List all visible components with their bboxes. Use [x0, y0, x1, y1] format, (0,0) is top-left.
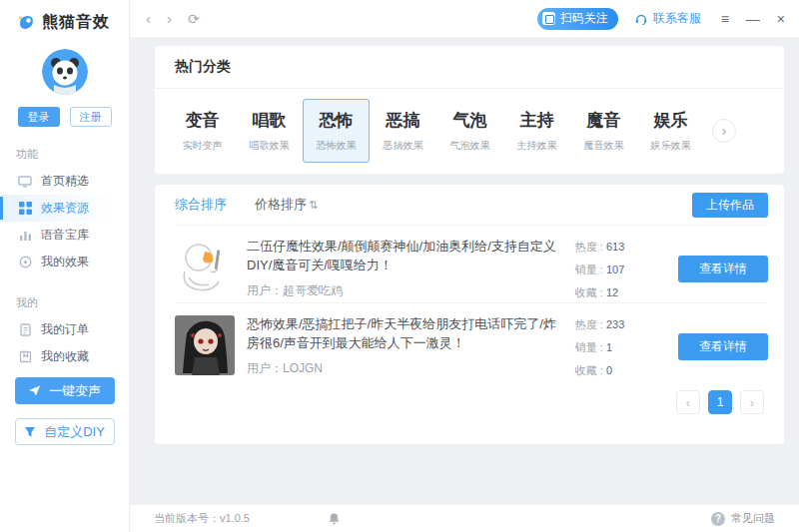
- panda-avatar-icon: [42, 49, 88, 95]
- sales-label: 销量 :: [575, 264, 603, 275]
- category-item[interactable]: 恶搞 恶搞效果: [370, 99, 436, 163]
- bell-icon: [328, 512, 341, 525]
- category-item[interactable]: 变音 实时变声: [169, 99, 236, 163]
- contact-support-button[interactable]: 联系客服: [634, 10, 701, 27]
- auth-buttons: 登录 注册: [0, 107, 129, 127]
- footer-bar: 当前版本号：v1.0.5 ? 常见问题: [130, 504, 799, 532]
- sidebar-item-label: 我的效果: [41, 254, 89, 270]
- sales-value: 1: [606, 341, 612, 353]
- horror-girl-thumbnail-image: [175, 315, 235, 375]
- refresh-icon[interactable]: ⟳: [188, 12, 200, 26]
- page-next-button[interactable]: ›: [740, 390, 764, 414]
- heat-label: 热度 :: [575, 241, 603, 253]
- view-details-button[interactable]: 查看详情: [678, 333, 768, 360]
- faq-label: 常见问题: [731, 511, 775, 526]
- effect-stats: 热度 : 233 销量 : 1 收藏 : 0: [575, 315, 668, 378]
- minimize-icon[interactable]: —: [746, 12, 760, 26]
- section-label: 功能: [0, 141, 129, 168]
- chevron-right-icon: ›: [722, 123, 727, 139]
- view-details-button[interactable]: 查看详情: [678, 256, 768, 282]
- heat-label: 热度 :: [575, 318, 603, 330]
- sidebar-item-label: 语音宝库: [41, 227, 89, 244]
- sidebar-item-label: 效果资源: [41, 200, 89, 217]
- follow-qr-button[interactable]: 扫码关注: [537, 8, 618, 30]
- browser-nav: ‹ › ⟳: [146, 11, 200, 26]
- login-button[interactable]: 登录: [18, 107, 60, 127]
- favs-stat: 收藏 : 0: [575, 363, 668, 378]
- duck-thumbnail-image: [175, 238, 235, 297]
- qr-code-icon: [542, 12, 555, 25]
- category-desc: 恶搞效果: [384, 139, 423, 153]
- bar-chart-icon: [18, 229, 32, 243]
- effect-stats: 热度 : 613 销量 : 107 收藏 : 12: [575, 238, 668, 300]
- categories-row: 变音 实时变声 唱歌 唱歌效果 恐怖 恐怖效果 恶搞 恶搞效果 气泡 气泡效果 …: [155, 89, 784, 173]
- category-name: 变音: [186, 109, 220, 132]
- category-name: 气泡: [453, 109, 487, 132]
- heat-stat: 热度 : 233: [575, 317, 668, 332]
- sidebar-section-functions: 功能 首页精选 效果资源 语音宝库: [0, 141, 129, 275]
- sort-bar: 综合排序 价格排序 ⇅ 上传作品: [155, 185, 784, 225]
- category-name: 唱歌: [253, 109, 287, 132]
- faq-link[interactable]: ? 常见问题: [711, 511, 775, 526]
- effect-title: 二伍仔魔性效果/颠倒颠赛神仙/加油奥利给/支持自定义DIY/魔音可关/嘎嘎给力！: [247, 238, 565, 275]
- titlebar: ‹ › ⟳ 扫码关注 联系客服 ≡ — ×: [130, 0, 799, 38]
- sidebar-item-effects[interactable]: 效果资源: [0, 195, 129, 222]
- app-logo: 熊猫音效: [0, 0, 129, 33]
- sidebar-item-voice-library[interactable]: 语音宝库: [0, 222, 129, 249]
- sort-overall-tab[interactable]: 综合排序: [175, 196, 227, 214]
- back-icon[interactable]: ‹: [146, 11, 151, 26]
- sort-price-tab[interactable]: 价格排序 ⇅: [255, 196, 318, 214]
- sidebar-item-label: 我的收藏: [41, 348, 89, 365]
- collection-icon: [18, 350, 32, 364]
- category-desc: 气泡效果: [450, 139, 490, 153]
- favs-label: 收藏 :: [575, 286, 603, 298]
- pagination: ‹ 1 ›: [155, 380, 784, 414]
- effect-info: 二伍仔魔性效果/颠倒颠赛神仙/加油奥利给/支持自定义DIY/魔音可关/嘎嘎给力！…: [247, 238, 565, 299]
- category-desc: 唱歌效果: [250, 139, 290, 153]
- sidebar-item-orders[interactable]: 我的订单: [0, 316, 129, 343]
- section-label: 我的: [0, 289, 129, 316]
- sidebar-item-favorites[interactable]: 我的收藏: [0, 343, 129, 370]
- effect-thumbnail-horror[interactable]: [175, 315, 235, 375]
- category-name: 恐怖: [320, 109, 354, 132]
- effect-user: 用户：超哥爱吃鸡: [247, 282, 565, 299]
- order-list-icon: [18, 323, 32, 337]
- upload-work-button[interactable]: 上传作品: [692, 193, 768, 218]
- sidebar: 熊猫音效 登录 注册 功能: [0, 0, 130, 532]
- category-item[interactable]: 魔音 魔音效果: [570, 99, 637, 163]
- heat-value: 233: [606, 318, 624, 330]
- category-item[interactable]: 娱乐 娱乐效果: [637, 99, 704, 163]
- categories-scroll-next-button[interactable]: ›: [712, 119, 736, 143]
- menu-icon[interactable]: ≡: [721, 12, 729, 26]
- effect-thumbnail-duck[interactable]: [175, 238, 235, 297]
- category-item-selected[interactable]: 恐怖 恐怖效果: [303, 99, 370, 163]
- titlebar-right: 扫码关注 联系客服 ≡ — ×: [537, 8, 785, 30]
- app-window: ‹ › ⟳ 扫码关注 联系客服 ≡ — ×: [0, 0, 799, 532]
- register-button[interactable]: 注册: [70, 107, 112, 127]
- page-prev-button[interactable]: ‹: [676, 390, 700, 414]
- page-number-current[interactable]: 1: [708, 390, 732, 414]
- custom-diy-button[interactable]: 自定义DIY: [15, 418, 115, 445]
- monitor-icon: [18, 175, 32, 189]
- sidebar-item-home[interactable]: 首页精选: [0, 168, 129, 195]
- category-desc: 魔音效果: [584, 139, 624, 153]
- paper-plane-icon: [28, 384, 41, 397]
- effect-list-row: 二伍仔魔性效果/颠倒颠赛神仙/加油奥利给/支持自定义DIY/魔音可关/嘎嘎给力！…: [155, 226, 784, 302]
- category-name: 魔音: [587, 109, 621, 132]
- category-item[interactable]: 唱歌 唱歌效果: [236, 99, 303, 163]
- favs-stat: 收藏 : 12: [575, 285, 668, 300]
- sales-value: 107: [606, 264, 624, 275]
- sales-stat: 销量 : 107: [575, 263, 668, 277]
- category-item[interactable]: 气泡 气泡效果: [436, 99, 503, 163]
- forward-icon[interactable]: ›: [167, 11, 172, 26]
- close-icon[interactable]: ×: [777, 12, 785, 26]
- avatar[interactable]: [42, 49, 88, 95]
- notification-bell[interactable]: [328, 512, 341, 525]
- panda-logo-icon: [16, 13, 36, 33]
- funnel-icon: [24, 426, 36, 438]
- one-key-voice-button[interactable]: 一键变声: [15, 377, 115, 404]
- category-name: 主持: [520, 109, 554, 132]
- disc-icon: [18, 256, 32, 269]
- category-item[interactable]: 主持 主持效果: [503, 99, 570, 163]
- sidebar-item-my-effects[interactable]: 我的效果: [0, 249, 129, 275]
